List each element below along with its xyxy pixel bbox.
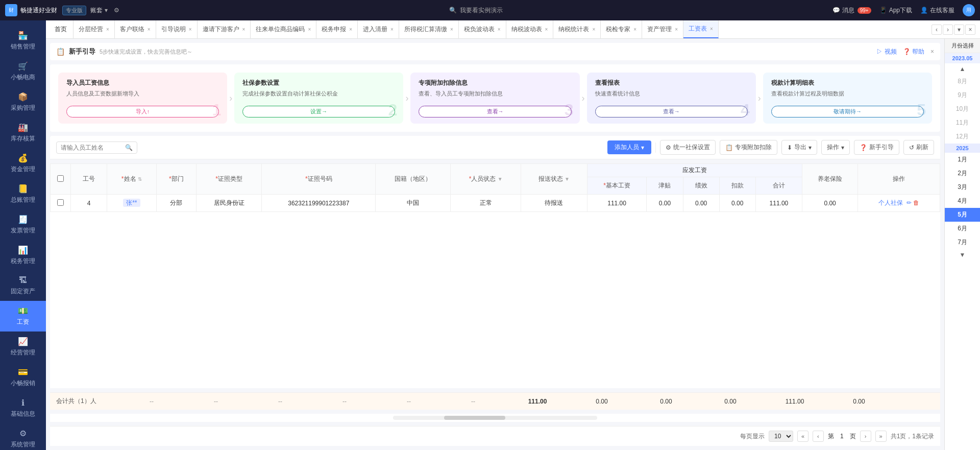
month-item-3[interactable]: 3月 [945,180,980,194]
newguide-toolbar-btn[interactable]: ❓ 新手引导 [854,140,899,155]
tab-close-tax[interactable]: × [349,27,352,32]
avatar[interactable]: 用 [963,4,975,16]
tab-close-income[interactable]: × [450,27,453,32]
tab-close-all-btn[interactable]: × [965,25,975,35]
tab-close-salary[interactable]: × [710,26,713,32]
step-5-btn[interactable]: 敬请期待→ [771,106,924,117]
account-dropdown-icon[interactable]: ▾ [105,7,108,14]
select-all-checkbox[interactable] [57,175,64,182]
month-item-6[interactable]: 6月 [945,222,980,235]
tab-close-layered[interactable]: × [106,27,109,32]
next-page-btn[interactable]: › [860,431,871,442]
search-input[interactable] [61,144,122,151]
sidebar-item-purchase[interactable]: 📦 采购管理 [0,87,46,117]
month-item-9[interactable]: 9月 [945,88,980,102]
month-item-7[interactable]: 7月 [945,235,980,249]
tab-close-invite[interactable]: × [242,27,246,32]
message-btn[interactable]: 💬 消息 99+ [832,6,871,15]
guide-close-btn[interactable]: × [930,48,934,55]
help-btn[interactable]: ❓ 帮助 [903,48,924,56]
scroll-thumb[interactable] [444,416,505,420]
row-edit-icon[interactable]: ✏ [906,199,912,206]
sidebar-item-operations[interactable]: 📈 经营管理 [0,331,46,362]
sidebar-item-finance[interactable]: 💰 资金管理 [0,148,46,179]
tab-item-asset-mgmt[interactable]: 资产管理 × [642,20,683,38]
operation-btn[interactable]: 操作 ▾ [821,140,850,155]
tab-next-btn[interactable]: › [943,25,953,35]
sidebar-item-assets[interactable]: 🏗 固定资产 [0,271,46,301]
export-btn[interactable]: ⬇ 导出 ▾ [781,140,817,155]
row-delete-icon[interactable]: 🗑 [913,199,919,206]
tab-close-expert[interactable]: × [633,27,636,32]
online-service-btn[interactable]: 👤 在线客服 [920,6,954,15]
refresh-btn[interactable]: ↺ 刷新 [903,140,934,155]
tab-item-tax-wave[interactable]: 纳税波动表 × [506,20,554,38]
sidebar-item-invoice[interactable]: 🧾 发票管理 [0,209,46,240]
tab-item-clear[interactable]: 进入清册 × [358,20,399,38]
first-page-btn[interactable]: « [797,431,808,442]
tab-item-guide[interactable]: 引导说明 × [156,20,198,38]
name-sort-icon[interactable]: ⇅ [138,176,142,182]
tab-item-tax-stat[interactable]: 纳税统计表 × [553,20,601,38]
sidebar-item-system[interactable]: ⚙ 系统管理 [0,423,46,450]
sidebar-item-expense[interactable]: 💳 小畅报销 [0,362,46,393]
sidebar-item-ledger[interactable]: 📒 总账管理 [0,179,46,209]
tab-close-guide[interactable]: × [189,27,192,32]
add-person-btn[interactable]: 添加人员 ▾ [607,140,651,154]
tab-item-product-code[interactable]: 往来单位商品编码 × [251,20,316,38]
tab-close-wave[interactable]: × [545,27,548,32]
prev-page-btn[interactable]: ‹ [813,431,824,442]
step-2-btn[interactable]: 设置→ [242,106,395,117]
month-item-2[interactable]: 2月 [945,167,980,180]
tab-item-tax-burden[interactable]: 税负波动表 × [459,20,506,38]
demo-link[interactable]: 🔍 我要看实例演示 [449,6,503,15]
tab-close-product[interactable]: × [308,27,311,32]
tab-item-layered[interactable]: 分层经营 × [74,20,115,38]
month-item-1[interactable]: 1月 [945,153,980,167]
tab-close-stat[interactable]: × [592,27,595,32]
tab-prev-btn[interactable]: ‹ [932,25,942,35]
month-nav-down[interactable]: ▼ [945,249,980,260]
tab-close-burden[interactable]: × [498,27,501,32]
app-download-btn[interactable]: 📱 App下载 [879,6,912,15]
tab-item-tax-report[interactable]: 税务申报 × [316,20,358,38]
last-page-btn[interactable]: » [875,431,887,442]
tab-item-invite[interactable]: 邀请下游客户 × [198,20,251,38]
tab-home[interactable]: 首页 [48,20,74,38]
sidebar-item-tax[interactable]: 📊 税务管理 [0,240,46,271]
sidebar-item-ecom[interactable]: 🛒 小畅电商 [0,56,46,87]
search-icon[interactable]: 🔍 [125,144,133,151]
special-deduct-btn[interactable]: 📋 专项附加扣除 [720,140,777,155]
unified-setting-btn[interactable]: ⚙ 统一社保设置 [660,140,716,155]
row-action-link[interactable]: 个人社保 [878,199,903,206]
gear-icon[interactable]: ⚙ [114,7,119,14]
month-item-8[interactable]: 8月 [945,75,980,88]
horizontal-scroll[interactable] [393,416,597,420]
tab-item-income-tax[interactable]: 所得税汇算清缴 × [399,20,459,38]
step-1-btn[interactable]: 导入↑ [66,106,219,117]
step-4-btn[interactable]: 查看→ [595,106,748,117]
month-item-12[interactable]: 12月 [945,130,980,144]
sidebar-item-sales[interactable]: 🏪 销售管理 [0,26,46,56]
tab-item-customer[interactable]: 客户联络 × [115,20,156,38]
month-nav-up[interactable]: ▲ [945,63,980,75]
tab-close-customer[interactable]: × [148,27,151,32]
month-item-10[interactable]: 10月 [945,102,980,116]
tab-item-tax-expert[interactable]: 税检专家 × [601,20,642,38]
sidebar-item-basic[interactable]: ℹ 基础信息 [0,393,46,423]
page-size-select[interactable]: 10 20 50 [769,431,793,442]
account-selector[interactable]: 账套 [90,6,103,15]
video-btn[interactable]: ▷ 视频 [876,48,896,56]
status-filter-icon[interactable]: ▼ [498,176,503,182]
row-checkbox[interactable] [57,199,64,206]
month-item-11[interactable]: 11月 [945,116,980,130]
tab-close-asset[interactable]: × [675,27,678,32]
tab-item-salary-table[interactable]: 工资表 × [683,20,719,38]
tab-menu-btn[interactable]: ▾ [954,25,964,35]
month-item-4[interactable]: 4月 [945,194,980,208]
sidebar-item-inventory[interactable]: 🏭 库存核算 [0,117,46,148]
month-item-5[interactable]: 5月 [945,208,980,222]
sidebar-item-salary[interactable]: 💵 工资 [0,301,46,331]
report-filter-icon[interactable]: ▼ [565,176,570,182]
step-3-btn[interactable]: 查看→ [419,106,571,117]
